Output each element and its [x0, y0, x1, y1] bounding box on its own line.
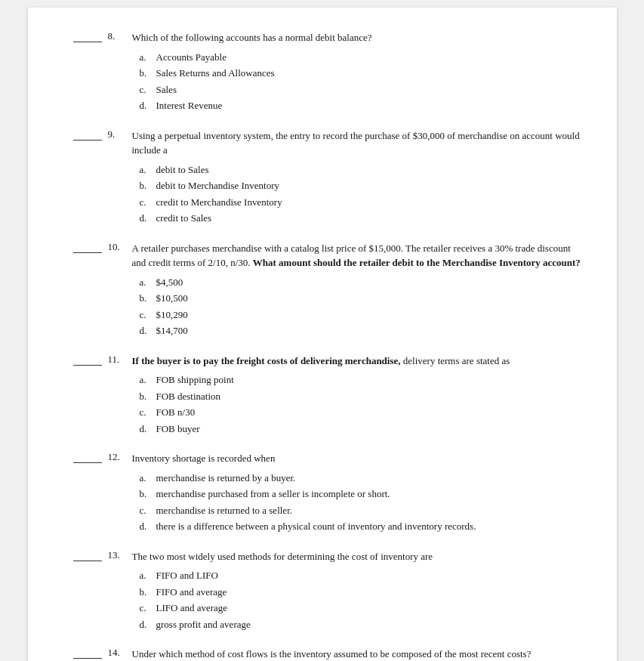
option-text-12-1: merchandise purchased from a seller is i… [156, 486, 583, 502]
answer-blank-8 [73, 32, 102, 42]
option-item-10-1: b.$10,500 [140, 291, 583, 306]
question-number-13: 13. [108, 549, 129, 561]
option-text-9-0: debit to Sales [156, 162, 583, 178]
answer-blank-13 [73, 551, 102, 561]
option-item-13-2: c.LIFO and average [140, 601, 583, 616]
option-text-11-2: FOB n/30 [156, 405, 583, 420]
option-item-9-2: c.credit to Merchandise Inventory [140, 195, 583, 210]
question-number-8: 8. [108, 30, 129, 42]
question-content-8: Which of the following accounts has a no… [132, 30, 583, 115]
question-content-9: Using a perpetual inventory system, the … [132, 128, 583, 227]
answer-blank-10 [73, 242, 102, 253]
option-letter-9-0: a. [140, 162, 156, 178]
option-letter-9-2: c. [140, 195, 156, 210]
question-text-8: Which of the following accounts has a no… [132, 30, 583, 45]
option-text-10-1: $10,500 [156, 291, 583, 306]
option-item-8-1: b.Sales Returns and Allowances [140, 66, 583, 81]
question-number-11: 11. [108, 354, 129, 366]
option-item-8-3: d.Interest Revenue [140, 98, 583, 113]
option-letter-12-3: d. [140, 519, 156, 534]
question-text-14: Under which method of cost flows is the … [132, 647, 583, 661]
option-item-11-3: d.FOB buyer [140, 422, 583, 437]
option-item-12-3: d.there is a difference between a physic… [140, 519, 583, 534]
question-content-11: If the buyer is to pay the freight costs… [132, 354, 583, 438]
answer-blank-9 [73, 130, 102, 141]
option-item-11-2: c.FOB n/30 [140, 405, 583, 420]
option-letter-10-2: c. [140, 307, 156, 323]
option-letter-9-3: d. [140, 211, 156, 226]
option-letter-12-2: c. [140, 503, 156, 518]
option-letter-10-1: b. [140, 291, 156, 306]
option-item-13-1: b.FIFO and average [140, 585, 583, 600]
option-letter-11-2: c. [140, 405, 156, 420]
option-text-13-3: gross profit and average [156, 617, 583, 632]
option-text-10-2: $10,290 [156, 307, 583, 323]
option-letter-8-2: c. [140, 82, 156, 97]
question-block-13: 13.The two most widely used methods for … [73, 549, 583, 634]
question-number-10: 10. [108, 241, 129, 253]
option-text-8-1: Sales Returns and Allowances [156, 66, 583, 81]
options-list-8: a.Accounts Payableb.Sales Returns and Al… [140, 50, 583, 113]
option-text-8-3: Interest Revenue [156, 98, 583, 113]
option-item-12-2: c.merchandise is returned to a seller. [140, 503, 583, 518]
option-letter-8-1: b. [140, 66, 156, 81]
question-block-10: 10.A retailer purchases merchandise with… [73, 241, 583, 340]
option-text-11-3: FOB buyer [156, 422, 583, 437]
question-text-9: Using a perpetual inventory system, the … [132, 128, 583, 158]
options-list-11: a.FOB shipping pointb.FOB destinationc.F… [140, 372, 583, 436]
question-content-14: Under which method of cost flows is the … [132, 647, 583, 661]
option-text-13-0: FIFO and LIFO [156, 568, 583, 583]
answer-blank-14 [73, 648, 102, 659]
option-item-9-1: b.debit to Merchandise Inventory [140, 178, 583, 193]
question-block-9: 9.Using a perpetual inventory system, th… [73, 128, 583, 227]
question-text-12: Inventory shortage is recorded when [132, 451, 583, 466]
question-text-10: A retailer purchases merchandise with a … [132, 241, 583, 270]
option-text-11-0: FOB shipping point [156, 372, 583, 388]
option-text-11-1: FOB destination [156, 389, 583, 404]
question-content-10: A retailer purchases merchandise with a … [132, 241, 583, 340]
option-text-8-2: Sales [156, 82, 583, 97]
option-text-10-3: $14,700 [156, 323, 583, 338]
options-list-9: a.debit to Salesb.debit to Merchandise I… [140, 162, 583, 226]
option-item-12-1: b.merchandise purchased from a seller is… [140, 486, 583, 502]
answer-blank-11 [73, 355, 102, 366]
option-letter-11-0: a. [140, 372, 156, 388]
option-letter-10-3: d. [140, 323, 156, 338]
option-letter-13-3: d. [140, 617, 156, 632]
option-letter-8-0: a. [140, 50, 156, 65]
option-item-11-1: b.FOB destination [140, 389, 583, 404]
option-text-10-0: $4,500 [156, 275, 583, 290]
option-letter-13-1: b. [140, 585, 156, 600]
option-text-12-0: merchandise is returned by a buyer. [156, 471, 583, 486]
option-item-11-0: a.FOB shipping point [140, 372, 583, 388]
option-letter-12-0: a. [140, 471, 156, 486]
option-item-10-0: a.$4,500 [140, 275, 583, 290]
question-block-11: 11.If the buyer is to pay the freight co… [73, 354, 583, 438]
option-item-9-3: d.credit to Sales [140, 211, 583, 226]
options-list-13: a.FIFO and LIFOb.FIFO and averagec.LIFO … [140, 568, 583, 632]
option-letter-8-3: d. [140, 98, 156, 113]
option-letter-11-1: b. [140, 389, 156, 404]
option-letter-13-0: a. [140, 568, 156, 583]
option-letter-12-1: b. [140, 486, 156, 502]
option-item-10-3: d.$14,700 [140, 323, 583, 338]
option-text-8-0: Accounts Payable [156, 50, 583, 65]
option-text-13-1: FIFO and average [156, 585, 583, 600]
option-item-10-2: c.$10,290 [140, 307, 583, 323]
option-item-8-2: c.Sales [140, 82, 583, 97]
question-text-11: If the buyer is to pay the freight costs… [132, 354, 583, 369]
option-text-9-3: credit to Sales [156, 211, 583, 226]
option-text-12-3: there is a difference between a physical… [156, 519, 583, 534]
option-item-9-0: a.debit to Sales [140, 162, 583, 178]
option-letter-10-0: a. [140, 275, 156, 290]
option-item-13-0: a.FIFO and LIFO [140, 568, 583, 583]
question-block-14: 14.Under which method of cost flows is t… [73, 647, 583, 661]
options-list-12: a.merchandise is returned by a buyer.b.m… [140, 471, 583, 534]
answer-blank-12 [73, 453, 102, 463]
option-letter-13-2: c. [140, 601, 156, 616]
question-number-14: 14. [108, 647, 129, 659]
option-item-8-0: a.Accounts Payable [140, 50, 583, 65]
option-item-13-3: d.gross profit and average [140, 617, 583, 632]
question-content-12: Inventory shortage is recorded whena.mer… [132, 451, 583, 536]
option-letter-9-1: b. [140, 178, 156, 193]
